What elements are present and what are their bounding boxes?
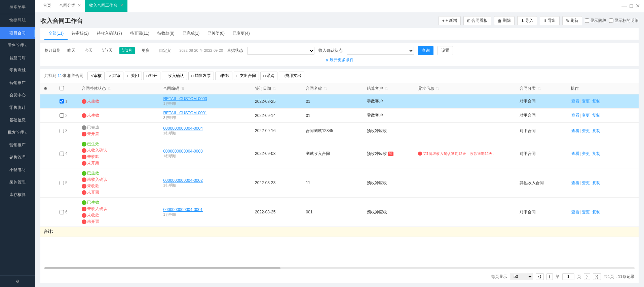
status-tab-completed[interactable]: 已完成(1) [179,28,204,40]
contract-code-link[interactable]: 0000000000004-0002 [163,178,202,183]
action-查看[interactable]: 查看 [571,128,579,133]
open-contract-button[interactable]: □ 打开 [143,72,160,80]
settings-filter-button[interactable]: 设置 [438,46,453,55]
th-error[interactable]: 异常信息 ⇅ [415,83,517,94]
status-tab-pending-review[interactable]: 待审核(2) [68,28,93,40]
row-checkbox[interactable] [60,113,64,118]
collection-button[interactable]: □ 收款 [215,72,232,80]
contract-code-link[interactable]: 0000000000004-0004 [163,126,202,131]
status-tab-changed[interactable]: 已变更(4) [229,28,254,40]
th-customer[interactable]: 结算客户 ⇅ [364,83,414,94]
audit-button[interactable]: ○ 审核 [87,72,105,80]
status-tab-pending-payment[interactable]: 待收款(8) [153,28,179,40]
sidebar-item-inventory[interactable]: 库存核算 [0,189,35,201]
filter-last7[interactable]: 近7天 [100,47,115,54]
th-category[interactable]: 合同分类 ⇅ [516,83,567,94]
sidebar-item-wholesale[interactable]: 批发管理 ▲ [0,126,35,139]
close-button[interactable]: ✕ [636,3,640,9]
delete-button[interactable]: 🗑 删除 [494,16,515,25]
status-tab-pending-invoice[interactable]: 待开票(11) [126,28,153,40]
status-tab-pending-income-confirm[interactable]: 待收入确认(7) [93,28,126,40]
action-复制[interactable]: 复制 [592,180,600,185]
filter-more[interactable]: 更多 [139,47,152,54]
action-复制[interactable]: 复制 [592,151,600,156]
action-查看[interactable]: 查看 [571,180,579,185]
sidebar-item-member[interactable]: 会员中心 [0,89,35,101]
row-checkbox[interactable] [60,210,64,214]
row-checkbox[interactable] [60,181,64,185]
export-button[interactable]: ⬆ 导出 [540,16,560,25]
first-page-button[interactable]: ⟨⟨ [536,273,544,280]
expense-contract-button[interactable]: □ 支出合同 [234,72,259,80]
filter-custom[interactable]: 自定义 [156,47,174,54]
filter-today[interactable]: 今天 [82,47,96,54]
refresh-button[interactable]: ↻ 刷新 [562,16,582,25]
tab-contract-category[interactable]: 合同分类 ✕ [55,0,85,12]
th-status[interactable]: 合同整体状态 ⇅ [78,83,160,94]
th-code[interactable]: 合同编码 ⇅ [160,83,252,94]
action-变更[interactable]: 变更 [582,128,590,133]
action-查看[interactable]: 查看 [571,113,579,118]
action-变更[interactable]: 变更 [582,210,590,214]
sidebar-item-retail-mgmt[interactable]: 零售管理 ▲ [0,39,35,52]
close-contract-button[interactable]: □ 关闭 [125,72,142,80]
action-变更[interactable]: 变更 [582,113,590,118]
cancel-audit-button[interactable]: ○ 弃审 [106,72,123,80]
show-details-checkbox-label[interactable]: 显示标的明细 [609,18,639,24]
maximize-button[interactable]: □ [630,3,633,9]
action-复制[interactable]: 复制 [592,128,600,133]
next-page-button[interactable]: ⟩ [584,273,590,280]
contract-code-link[interactable]: RETAIL_CUSTOM-0003 [163,96,207,101]
show-stages-checkbox-label[interactable]: 显示阶段 [585,18,606,24]
kanban-button[interactable]: ⊞ 合同看板 [463,16,491,25]
sidebar-item-marketing[interactable]: 营销推广 [0,77,35,89]
contract-code-link[interactable]: 0000000000004-0003 [163,149,202,154]
sidebar-item-project[interactable]: 项目合同 [0,27,35,39]
sidebar-item-retail-mall[interactable]: 零售商城 [0,64,35,77]
action-复制[interactable]: 复制 [592,113,600,118]
th-settings[interactable]: ⚙ [40,83,56,94]
contract-code-link[interactable]: RETAIL_CUSTOM-0001 [163,111,207,115]
sidebar-item-base-info[interactable]: 基础信息 [0,114,35,126]
action-变更[interactable]: 变更 [582,151,590,156]
sidebar-search[interactable]: 搜索菜单 [0,0,35,14]
income-confirm-filter-select[interactable] [347,47,414,55]
row-checkbox[interactable] [60,129,64,133]
expense-output-button[interactable]: □ 费用支出 [279,72,304,80]
close-tab-contract-category[interactable]: ✕ [78,3,81,8]
import-button[interactable]: ⬇ 导入 [517,16,537,25]
sidebar-item-sales-mgmt[interactable]: 销售管理 [0,151,35,164]
add-button[interactable]: + + 新增 [439,16,461,25]
page-size-select[interactable]: 50 20 100 [510,273,533,280]
tab-home[interactable]: 首页 [39,0,55,12]
sidebar-item-ecommerce[interactable]: 小畅电商 [0,164,35,176]
horizontal-scrollbar[interactable] [44,267,635,269]
sidebar-item-smart-store[interactable]: 智慧门店 [0,52,35,64]
action-变更[interactable]: 变更 [582,99,590,104]
status-tab-closed[interactable]: 已关闭(0) [203,28,229,40]
query-button[interactable]: 查询 [418,46,433,55]
th-checkbox[interactable] [56,83,78,94]
status-tab-all[interactable]: 全部(11) [44,28,68,40]
contract-code-link[interactable]: 0000000000004-0001 [163,207,202,212]
settings-button[interactable]: ⚙ [0,275,35,287]
sidebar-item-marketing2[interactable]: 营销推广 [0,139,35,151]
th-date[interactable]: 签订日期 ⇅ [252,83,302,94]
sidebar-item-purchase[interactable]: 采购管理 [0,176,35,189]
income-confirm-button[interactable]: □ 收入确认 [162,72,187,80]
row-checkbox[interactable] [60,99,64,104]
purchase-button[interactable]: □ 采购 [260,72,277,80]
expand-filter-button[interactable]: ∨ 展开更多条件 [326,57,354,63]
row-checkbox[interactable] [60,152,64,156]
show-stages-checkbox[interactable] [585,18,589,23]
filter-yesterday[interactable]: 昨天 [65,47,78,54]
th-name[interactable]: 合同名称 ⇅ [302,83,364,94]
last-page-button[interactable]: ⟩⟩ [593,273,601,280]
status-filter-select[interactable] [247,47,314,55]
tab-income-workbench[interactable]: 收入合同工作台 ✕ [85,0,127,12]
filter-last1month[interactable]: 近1月 [119,47,135,54]
action-查看[interactable]: 查看 [571,210,579,214]
show-details-checkbox[interactable] [609,18,613,23]
action-变更[interactable]: 变更 [582,180,590,185]
action-查看[interactable]: 查看 [571,151,579,156]
